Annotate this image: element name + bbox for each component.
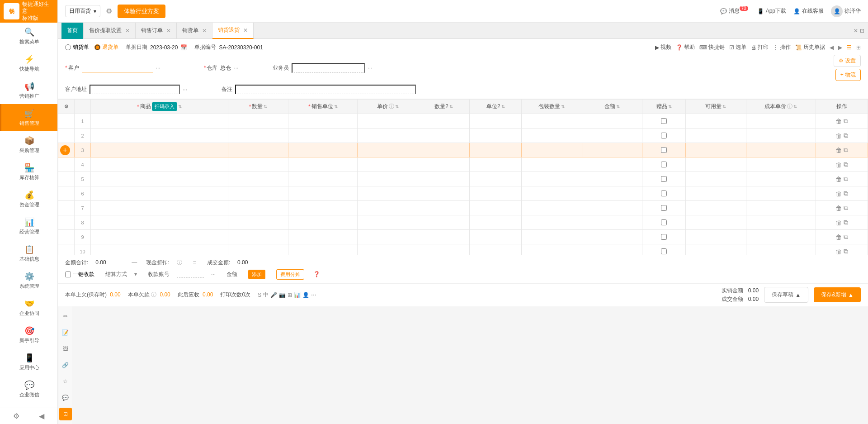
salesperson-select-btn[interactable]: ··· — [368, 65, 372, 71]
col-available-sort-icon[interactable]: ⇅ — [722, 104, 726, 109]
customer-select-btn[interactable]: ··· — [156, 65, 160, 71]
setting-btn[interactable]: ⚙ 设置 — [834, 55, 861, 67]
row-4-delete-btn[interactable]: 🗑 — [835, 161, 842, 168]
mic-icon[interactable]: 🎤 — [270, 292, 277, 298]
shortcut-btn[interactable]: ⌨ 快捷键 — [699, 43, 725, 51]
rs-edit-icon[interactable]: ✏ — [59, 310, 72, 323]
row-2-cost-price[interactable] — [746, 129, 816, 143]
list-view-icon[interactable]: ☰ — [847, 44, 852, 51]
sidebar-item-wechat[interactable]: 💬 企业微信 — [0, 376, 57, 403]
row-3-product-input[interactable] — [93, 147, 226, 153]
row-2-gift[interactable] — [642, 129, 686, 143]
address-input[interactable] — [90, 85, 180, 94]
col-qty-sort-icon[interactable]: ⇅ — [264, 104, 267, 109]
row-1-unit-price[interactable] — [358, 114, 418, 129]
row-3-copy-btn[interactable]: ⧉ — [844, 146, 848, 154]
row-3-unit-price[interactable] — [358, 143, 418, 157]
row-9-gift-checkbox[interactable] — [661, 234, 667, 240]
row-2-product[interactable] — [91, 129, 228, 143]
row-1-qty[interactable] — [228, 114, 288, 129]
account-select-btn[interactable]: ··· — [211, 271, 216, 277]
nav-prev-icon[interactable]: ◀ — [830, 44, 834, 51]
row-3-qty2[interactable] — [418, 143, 470, 157]
row-1-qty2[interactable] — [418, 114, 470, 129]
experience-btn[interactable]: 体验行业方案 — [118, 5, 165, 18]
calendar-icon[interactable]: 📅 — [180, 44, 187, 51]
account-input[interactable] — [177, 271, 204, 278]
tab-sales-order-close[interactable]: ✕ — [166, 28, 171, 34]
row-1-pack-qty[interactable] — [522, 114, 582, 129]
col-sales-unit-sort-icon[interactable]: ⇅ — [334, 104, 338, 109]
row-1-product[interactable] — [91, 114, 228, 129]
sidebar-item-system[interactable]: ⚙️ 系统管理 — [0, 267, 57, 294]
row-1-amount[interactable] — [582, 114, 642, 129]
row-3-gift-checkbox[interactable] — [661, 147, 667, 153]
row-2-unit-price[interactable] — [358, 129, 418, 143]
app-download-btn[interactable]: 📱 App下载 — [757, 7, 786, 15]
tab-sales-close[interactable]: ✕ — [202, 28, 207, 34]
operation-btn[interactable]: ⋮ 操作 — [773, 43, 791, 51]
row-8-delete-btn[interactable]: 🗑 — [835, 219, 842, 226]
help-btn[interactable]: ❓ 帮助 — [676, 43, 695, 51]
row-2-delete-btn[interactable]: 🗑 — [835, 132, 842, 139]
person-icon[interactable]: 👤 — [302, 292, 309, 298]
industry-selector[interactable]: 日用百货 ▾ — [65, 5, 100, 17]
row-2-qty2[interactable] — [418, 129, 470, 143]
nav-next-icon[interactable]: ▶ — [838, 44, 842, 51]
row-2-pack-qty[interactable] — [522, 129, 582, 143]
history-btn[interactable]: 📜 历史单据 — [795, 43, 825, 51]
calc-select-icon[interactable]: ▾ — [134, 271, 137, 277]
row-3-delete-btn[interactable]: 🗑 — [835, 147, 842, 154]
radio-return[interactable]: 退货单 — [94, 43, 118, 51]
row-10-gift-checkbox[interactable] — [661, 248, 667, 254]
row-2-amount[interactable] — [582, 129, 642, 143]
row-3-available[interactable] — [685, 143, 746, 157]
radio-return-input[interactable] — [94, 44, 100, 50]
tab-price-setting[interactable]: 售价提取设置 ✕ — [84, 23, 136, 39]
row-2-copy-btn[interactable]: ⧉ — [844, 132, 848, 139]
row-3-add-btn[interactable]: + — [60, 145, 70, 155]
row-9-copy-btn[interactable]: ⧉ — [844, 233, 848, 241]
row-1-sales-unit[interactable] — [288, 114, 358, 129]
row-4-copy-btn[interactable]: ⧉ — [844, 161, 848, 168]
tab-home[interactable]: 首页 — [61, 23, 84, 39]
sidebar-item-basic[interactable]: 📋 基础信息 — [0, 240, 57, 267]
col-qty2-sort-icon[interactable]: ⇅ — [449, 104, 453, 109]
payment-checkbox[interactable] — [65, 272, 71, 277]
sidebar-item-purchase[interactable]: 📦 采购管理 — [0, 131, 57, 158]
col-header-gear[interactable]: ⚙ — [58, 100, 75, 114]
row-3-cost-price[interactable] — [746, 143, 816, 157]
row-1-copy-btn[interactable]: ⧉ — [844, 117, 848, 125]
row-7-copy-btn[interactable]: ⧉ — [844, 204, 848, 212]
tab-sales-return-close[interactable]: ✕ — [243, 27, 248, 33]
row-6-copy-btn[interactable]: ⧉ — [844, 190, 848, 197]
sidebar-item-member[interactable]: 👑 畅会员 — [0, 403, 57, 408]
maximize-icon[interactable]: ⊡ — [860, 28, 864, 34]
sidebar-item-sales[interactable]: 🛒 销售管理 — [0, 104, 57, 131]
row-5-delete-btn[interactable]: 🗑 — [835, 176, 842, 183]
row-2-sales-unit[interactable] — [288, 129, 358, 143]
sidebar-item-guide[interactable]: 🎯 新手引导 — [0, 321, 57, 348]
row-4-gift-checkbox[interactable] — [661, 162, 667, 167]
row-10-copy-btn[interactable]: ⧉ — [844, 248, 848, 255]
rs-note-icon[interactable]: 📝 — [59, 326, 72, 339]
row-5-gift-checkbox[interactable] — [661, 176, 667, 182]
close-tab-icon[interactable]: ✕ — [854, 28, 858, 34]
export-icon[interactable]: 📊 — [294, 292, 301, 298]
tab-price-setting-close[interactable]: ✕ — [125, 28, 130, 34]
rs-active-icon[interactable]: ⊡ — [59, 408, 72, 420]
col-gift-sort-icon[interactable]: ⇅ — [668, 104, 672, 109]
payment-checkbox-label[interactable]: 一键收款 — [65, 271, 94, 278]
save-draft-btn[interactable]: 保存草稿 ▲ — [764, 287, 808, 303]
row-5-copy-btn[interactable]: ⧉ — [844, 175, 848, 183]
sidebar-item-shortcut[interactable]: ⚡ 快捷导航 — [0, 50, 57, 77]
user-menu[interactable]: 👤 徐泽华 — [831, 5, 861, 17]
row-2-available[interactable] — [685, 129, 746, 143]
grid-view-icon[interactable]: ⊞ — [856, 44, 861, 51]
warehouse-select-btn[interactable]: ··· — [234, 65, 238, 71]
col-cost-sort-icon[interactable]: ⇅ — [793, 104, 797, 109]
rs-star-icon[interactable]: ☆ — [59, 375, 72, 388]
rs-image-icon[interactable]: 🖼 — [59, 343, 72, 355]
sidebar-item-inventory[interactable]: 🏪 库存核算 — [0, 158, 57, 186]
tab-sales-return[interactable]: 销货退货 ✕ — [212, 23, 254, 39]
